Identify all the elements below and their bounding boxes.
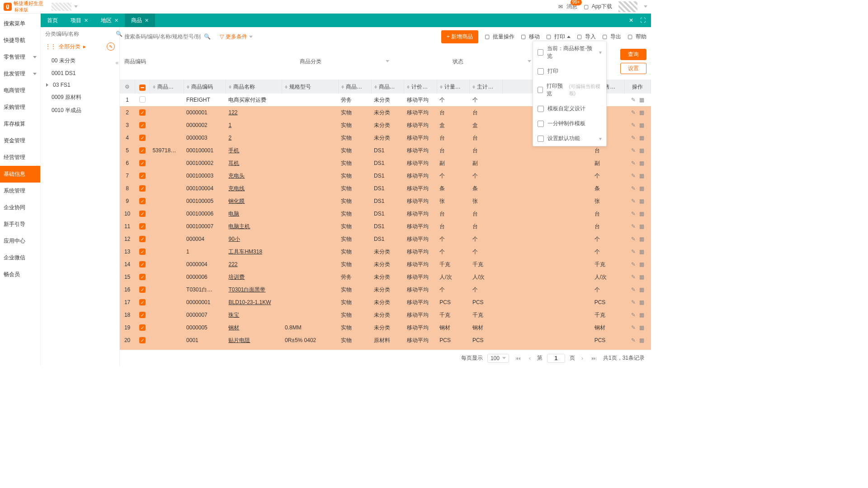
edit-icon[interactable]: ✎ xyxy=(631,286,636,293)
more-icon[interactable]: ▦ xyxy=(639,286,644,293)
table-row[interactable]: 9✓000100005钢化膜实物DS1移动平均张张张✎▦ xyxy=(120,195,651,207)
nav-item-6[interactable]: 库存核算 xyxy=(0,116,40,132)
dd-preview[interactable]: 打印预览(可编辑当前模板) xyxy=(533,79,606,101)
product-name-link[interactable]: 充电线 xyxy=(228,185,245,192)
per-page-select[interactable]: 100 xyxy=(487,354,509,363)
nav-item-13[interactable]: 应用中心 xyxy=(0,233,40,249)
table-row[interactable]: 14✓0000004222实物未分类移动平均千克千克千克✎▦ xyxy=(120,258,651,271)
app-download-link[interactable]: ▢ App下载 xyxy=(584,3,612,10)
more-icon[interactable]: ▦ xyxy=(639,236,644,242)
row-checkbox[interactable]: ✓ xyxy=(139,261,146,267)
row-checkbox[interactable]: ✓ xyxy=(139,312,146,318)
nav-item-3[interactable]: 批发管理 xyxy=(0,66,40,82)
filter-category[interactable]: 商品分类 xyxy=(300,58,389,66)
edit-icon[interactable]: ✎ xyxy=(631,97,636,103)
edit-icon[interactable]: ✎ xyxy=(631,160,636,166)
product-name-link[interactable]: 90小 xyxy=(228,236,240,242)
edit-icon[interactable]: ✎ xyxy=(631,236,636,242)
table-row[interactable]: 10✓000100006电脑实物DS1移动平均台台台✎▦ xyxy=(120,207,651,220)
edit-icon[interactable]: ✎ xyxy=(107,42,115,51)
more-icon[interactable]: ▦ xyxy=(639,122,644,128)
more-icon[interactable]: ▦ xyxy=(639,261,644,267)
row-checkbox[interactable]: ✓ xyxy=(139,109,146,116)
dd-quick[interactable]: 一分钟制作模板 xyxy=(533,116,606,131)
collapse-tree-icon[interactable]: « xyxy=(115,60,118,66)
col-price[interactable]: 计价… xyxy=(404,80,437,94)
nav-item-15[interactable]: 畅会员 xyxy=(0,266,40,283)
table-row[interactable]: 11✓000100007电脑主机实物DS1移动平均台台台✎▦ xyxy=(120,220,651,233)
product-name-link[interactable]: 贴片电容 xyxy=(228,350,250,350)
table-row[interactable]: 17✓00000001BLD10-23-1.1KW实物未分类移动平均PCSPCS… xyxy=(120,296,651,309)
filter-status[interactable]: 状态 xyxy=(453,58,531,66)
more-icon[interactable]: ▦ xyxy=(639,185,644,192)
toolbar-import[interactable]: ▢导入 xyxy=(577,33,596,41)
add-product-button[interactable]: + 新增商品 xyxy=(441,30,478,43)
col-mainunit[interactable]: 主计… xyxy=(470,80,503,94)
product-name-link[interactable]: 2 xyxy=(228,135,231,141)
row-checkbox[interactable]: ✓ xyxy=(139,337,146,343)
edit-icon[interactable]: ✎ xyxy=(631,185,636,192)
product-name-link[interactable]: 手机 xyxy=(228,147,239,154)
row-checkbox[interactable] xyxy=(139,96,146,103)
product-name-link[interactable]: 222 xyxy=(228,261,237,267)
col-cat[interactable]: 商品… xyxy=(371,80,404,94)
edit-icon[interactable]: ✎ xyxy=(631,274,636,280)
more-icon[interactable]: ▦ xyxy=(639,160,644,166)
row-checkbox[interactable]: ✓ xyxy=(139,274,146,280)
table-row[interactable]: 19✓0000005钢材0.8MM实物未分类移动平均钢材钢材钢材✎▦ xyxy=(120,321,651,334)
page-prev-button[interactable]: ‹ xyxy=(527,355,533,361)
col-spec[interactable]: 规格型号 xyxy=(282,80,339,94)
edit-icon[interactable]: ✎ xyxy=(631,122,636,128)
table-row[interactable]: 12✓00000490小实物DS1移动平均个个个✎▦ xyxy=(120,233,651,245)
page-last-button[interactable]: ⏭ xyxy=(590,355,599,361)
messages-link[interactable]: ✉ 消息 99+ xyxy=(558,3,577,10)
product-name-link[interactable]: 电脑主机 xyxy=(228,223,250,230)
more-icon[interactable]: ▦ xyxy=(639,249,644,255)
nav-item-1[interactable]: 快捷导航 xyxy=(0,32,40,49)
row-checkbox[interactable]: ✓ xyxy=(139,236,146,242)
fullscreen-icon[interactable]: ⛶ xyxy=(639,17,646,24)
tab-1[interactable]: 项目✕ xyxy=(64,14,94,27)
gear-icon[interactable]: ⚙ xyxy=(125,84,130,90)
tree-item-3[interactable]: 0009 原材料 xyxy=(41,91,119,104)
more-icon[interactable]: ▦ xyxy=(639,312,644,318)
row-checkbox[interactable]: ✓ xyxy=(139,135,146,141)
dd-print[interactable]: 打印 xyxy=(533,64,606,79)
edit-icon[interactable]: ✎ xyxy=(631,312,636,318)
more-icon[interactable]: ▦ xyxy=(639,97,644,103)
edit-icon[interactable]: ✎ xyxy=(631,135,636,141)
tree-item-0[interactable]: 00 未分类 xyxy=(41,54,119,67)
nav-item-11[interactable]: 企业协同 xyxy=(0,199,40,216)
tree-item-1[interactable]: 0001 DS1 xyxy=(41,67,119,79)
product-name-link[interactable]: 钢化膜 xyxy=(228,198,245,204)
edit-icon[interactable]: ✎ xyxy=(631,337,636,343)
edit-icon[interactable]: ✎ xyxy=(631,173,636,179)
table-row[interactable]: 15✓0000006培训费劳务未分类移动平均人/次人/次人/次✎▦ xyxy=(120,271,651,283)
page-next-button[interactable]: › xyxy=(580,355,585,361)
product-name-link[interactable]: 电脑 xyxy=(228,211,239,217)
col-barcode[interactable]: 商品… xyxy=(150,80,184,94)
col-code[interactable]: 商品编码 xyxy=(184,80,226,94)
toolbar-search-input[interactable] xyxy=(124,33,201,40)
row-checkbox[interactable]: ✓ xyxy=(139,173,146,179)
more-icon[interactable]: ▦ xyxy=(639,324,644,331)
edit-icon[interactable]: ✎ xyxy=(631,299,636,305)
tab-close-icon[interactable]: ✕ xyxy=(627,17,635,24)
page-first-button[interactable]: ⏮ xyxy=(514,355,523,361)
select-all-checkbox[interactable] xyxy=(139,84,146,91)
nav-item-14[interactable]: 企业微信 xyxy=(0,249,40,266)
row-checkbox[interactable]: ✓ xyxy=(139,324,146,331)
more-icon[interactable]: ▦ xyxy=(639,211,644,217)
row-checkbox[interactable]: ✓ xyxy=(139,122,146,128)
close-icon[interactable]: ✕ xyxy=(84,18,88,23)
toolbar-print[interactable]: ▢打印 xyxy=(546,33,571,41)
nav-item-7[interactable]: 资金管理 xyxy=(0,132,40,149)
table-row[interactable]: 20✓0001贴片电阻0R±5% 0402实物原材料移动平均PCSPCSPCS✎… xyxy=(120,334,651,347)
col-type[interactable]: 商品… xyxy=(338,80,371,94)
table-row[interactable]: 18✓0000007珠宝实物未分类移动平均千克千克千克✎▦ xyxy=(120,309,651,321)
row-checkbox[interactable]: ✓ xyxy=(139,147,146,154)
toolbar-help[interactable]: ▢帮助 xyxy=(627,33,646,41)
nav-item-10[interactable]: 系统管理 xyxy=(0,183,40,199)
row-checkbox[interactable]: ✓ xyxy=(139,198,146,204)
edit-icon[interactable]: ✎ xyxy=(631,249,636,255)
